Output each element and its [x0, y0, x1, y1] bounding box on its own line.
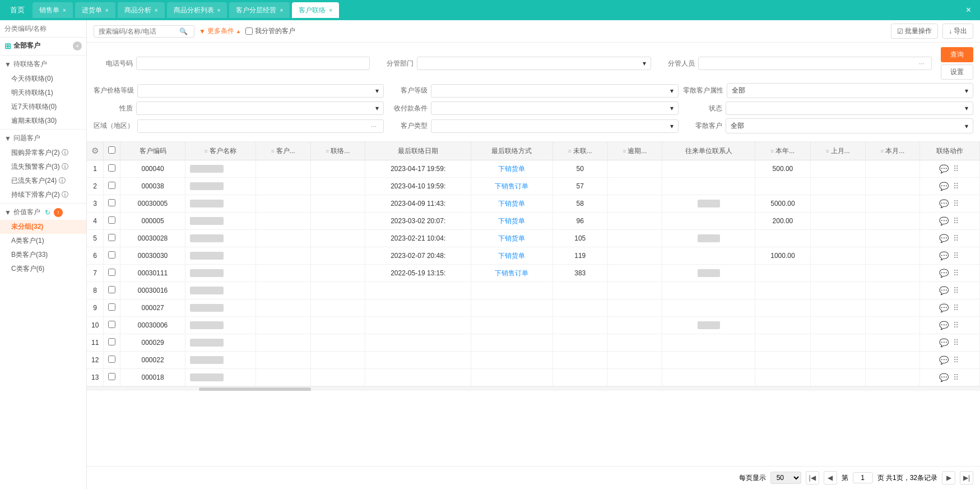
table-scrollbar[interactable] — [87, 386, 980, 391]
last-method-link[interactable]: 下销货单 — [498, 252, 525, 260]
select-all-checkbox[interactable] — [108, 146, 115, 154]
payment-select[interactable]: ▾ — [431, 102, 679, 115]
last-page-button[interactable]: ▶| — [960, 471, 973, 485]
retail-attr-select[interactable]: 全部 ▾ — [727, 83, 973, 98]
chat-icon[interactable]: 💬 — [939, 320, 949, 330]
row-checkbox[interactable] — [108, 269, 115, 276]
row-checkbox[interactable] — [108, 356, 115, 363]
more-icon[interactable]: ⠿ — [951, 320, 961, 330]
row-checkbox[interactable] — [108, 321, 115, 328]
sidebar-collapse-icon[interactable]: « — [73, 41, 82, 50]
sidebar-search-input[interactable] — [4, 25, 87, 33]
chat-icon[interactable]: 💬 — [939, 338, 949, 348]
nature-select[interactable]: ▾ — [136, 102, 384, 115]
row-checkbox[interactable] — [108, 234, 115, 241]
more-conditions-button[interactable]: ▼ 更多条件 ▲ — [199, 26, 241, 36]
chat-icon[interactable]: 💬 — [939, 303, 949, 313]
more-icon[interactable]: ⠿ — [951, 164, 961, 174]
close-product-list-icon[interactable]: × — [217, 7, 221, 13]
retail-customer-select[interactable]: 全部 ▾ — [726, 118, 973, 133]
sidebar-group-problem[interactable]: ▼ 问题客户 — [0, 131, 86, 146]
chat-icon[interactable]: 💬 — [939, 355, 949, 365]
dept-select[interactable]: ▾ — [417, 57, 651, 70]
sidebar-item-hoarding-anomaly[interactable]: 囤购异常客户(2) ⓘ — [0, 146, 86, 160]
search-input[interactable] — [99, 27, 177, 35]
last-method-link[interactable]: 下销售订单 — [495, 269, 528, 277]
chat-icon[interactable]: 💬 — [939, 181, 949, 191]
sidebar-item-tomorrow-pending[interactable]: 明天待联络(1) — [0, 86, 86, 100]
chat-icon[interactable]: 💬 — [939, 285, 949, 296]
more-icon[interactable]: ⠿ — [951, 355, 961, 365]
sidebar-item-declining[interactable]: 持续下滑客户(2) ⓘ — [0, 188, 86, 202]
sidebar-item-class-a[interactable]: A类客户(1) — [0, 234, 86, 248]
sidebar-item-overdue-contact[interactable]: 逾期未联络(30) — [0, 114, 86, 128]
scrollbar-thumb[interactable] — [199, 387, 311, 391]
tab-product-analysis[interactable]: 商品分析 × — [118, 2, 165, 18]
tab-product-list[interactable]: 商品分析列表 × — [167, 2, 227, 18]
sidebar-all-customers[interactable]: ⊞ 全部客户 « — [0, 38, 86, 54]
customer-level-select[interactable]: ▾ — [431, 84, 679, 98]
next-page-button[interactable]: ▶ — [942, 471, 955, 485]
more-icon[interactable]: ⠿ — [951, 251, 961, 261]
search-icon[interactable]: 🔍 — [179, 27, 188, 35]
sidebar-item-7day-pending[interactable]: 近7天待联络(0) — [0, 100, 86, 114]
region-select[interactable]: ··· — [137, 119, 384, 133]
chat-icon[interactable]: 💬 — [939, 199, 949, 209]
sidebar-item-ungrouped[interactable]: 未分组(32) — [0, 220, 86, 234]
row-checkbox[interactable] — [108, 303, 115, 311]
chat-icon[interactable]: 💬 — [939, 216, 949, 226]
query-button[interactable]: 查询 — [941, 47, 973, 62]
more-icon[interactable]: ⠿ — [951, 285, 961, 296]
close-sales-tab-icon[interactable]: × — [63, 7, 66, 13]
row-checkbox[interactable] — [108, 251, 115, 259]
tab-customer-segmentation[interactable]: 客户分层经营 × — [229, 2, 290, 18]
last-method-link[interactable]: 下销售订单 — [495, 182, 528, 190]
row-checkbox[interactable] — [108, 216, 115, 224]
sidebar-group-value[interactable]: ▼ 价值客户 ↻ ! — [0, 205, 86, 220]
home-tab[interactable]: 首页 — [4, 5, 30, 15]
reset-button[interactable]: 设置 — [941, 64, 973, 80]
close-purchase-tab-icon[interactable]: × — [105, 7, 109, 13]
row-checkbox[interactable] — [108, 286, 115, 293]
row-checkbox[interactable] — [108, 182, 115, 189]
settings-icon[interactable]: ⚙ — [91, 146, 99, 155]
sidebar-item-class-b[interactable]: B类客户(33) — [0, 248, 86, 262]
row-checkbox[interactable] — [108, 164, 115, 172]
chat-icon[interactable]: 💬 — [939, 233, 949, 243]
last-method-link[interactable]: 下销货单 — [498, 234, 525, 242]
page-number-input[interactable] — [853, 472, 873, 483]
chat-icon[interactable]: 💬 — [939, 164, 949, 174]
region-dots-icon[interactable]: ··· — [369, 122, 379, 130]
more-icon[interactable]: ⠿ — [951, 338, 961, 348]
last-method-link[interactable]: 下销货单 — [498, 165, 525, 173]
chat-icon[interactable]: 💬 — [939, 372, 949, 382]
close-product-analysis-icon[interactable]: × — [155, 7, 158, 13]
status-select[interactable]: ▾ — [726, 102, 973, 115]
my-customer-checkbox[interactable] — [245, 27, 253, 35]
more-icon[interactable]: ⠿ — [951, 372, 961, 382]
manager-select[interactable]: ··· — [698, 57, 932, 70]
batch-ops-button[interactable]: ☑ 批量操作 — [891, 24, 938, 39]
row-checkbox[interactable] — [108, 338, 115, 345]
close-customer-seg-icon[interactable]: × — [280, 7, 283, 13]
more-icon[interactable]: ⠿ — [951, 199, 961, 209]
last-method-link[interactable]: 下销货单 — [498, 217, 525, 225]
chat-icon[interactable]: 💬 — [939, 268, 949, 278]
tab-sales[interactable]: 销售单 × — [32, 2, 73, 18]
row-checkbox[interactable] — [108, 373, 115, 380]
more-icon[interactable]: ⠿ — [951, 303, 961, 313]
more-icon[interactable]: ⠿ — [951, 268, 961, 278]
tab-purchase[interactable]: 进货单 × — [75, 2, 115, 18]
price-level-select[interactable]: ▾ — [137, 84, 384, 98]
more-icon[interactable]: ⠿ — [951, 233, 961, 243]
chat-icon[interactable]: 💬 — [939, 251, 949, 261]
more-icon[interactable]: ⠿ — [951, 216, 961, 226]
manager-dots-icon[interactable]: ··· — [917, 59, 927, 67]
window-close-icon[interactable]: × — [962, 5, 976, 15]
sidebar-item-churn-warning[interactable]: 流失预警客户(3) ⓘ — [0, 160, 86, 174]
page-size-select[interactable]: 50 20 100 — [770, 472, 801, 484]
export-button[interactable]: ↓ 导出 — [942, 24, 973, 39]
phone-input[interactable] — [136, 57, 370, 70]
last-method-link[interactable]: 下销货单 — [498, 200, 525, 207]
close-customer-contact-icon[interactable]: × — [329, 7, 332, 13]
